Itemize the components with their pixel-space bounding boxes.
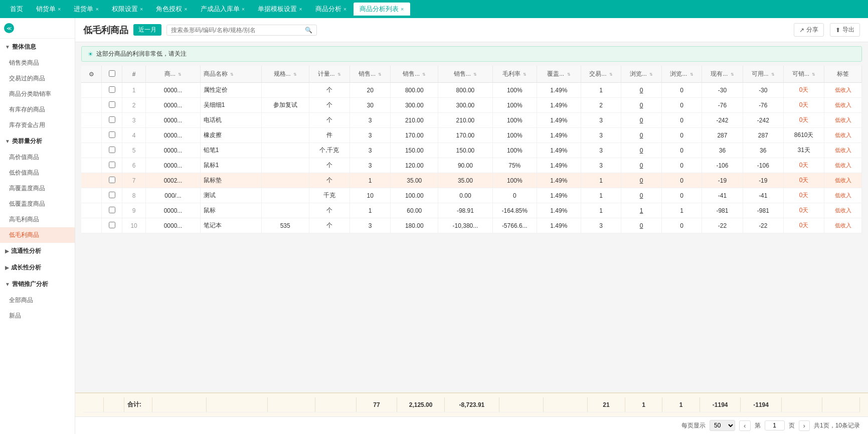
sidebar-item-capital[interactable]: 库存资金占用 [0, 117, 75, 133]
sidebar-item-high-margin[interactable]: 高毛利商品 [0, 212, 75, 227]
search-icon[interactable]: 🔍 [305, 27, 312, 34]
sidebar-item-low-margin[interactable]: 低毛利商品 [0, 227, 75, 243]
row-check[interactable] [102, 203, 122, 218]
row-unit: 个 [309, 173, 350, 188]
row-check[interactable] [102, 143, 122, 158]
sidebar-item-low-coverage[interactable]: 低覆盖度商品 [0, 196, 75, 212]
nav-purchase-order[interactable]: 进货单 × [68, 3, 104, 16]
row-check[interactable] [102, 128, 122, 143]
row-checkbox-9[interactable] [109, 222, 115, 228]
row-checkbox-5[interactable] [109, 162, 115, 168]
nav-template-close[interactable]: × [299, 6, 302, 12]
nav-purchase-close[interactable]: × [95, 6, 98, 12]
row-check[interactable] [102, 218, 122, 233]
row-checkbox-2[interactable] [109, 116, 115, 123]
sidebar-group-overall[interactable]: ▼ 整体信息 [0, 39, 75, 55]
nav-sales-close[interactable]: × [58, 6, 61, 12]
row-checkbox-0[interactable] [109, 86, 115, 93]
row-sale-count: 1 [350, 203, 390, 218]
sidebar-group-growth[interactable]: ▶ 成长性分析 [0, 259, 75, 276]
select-all-checkbox[interactable] [109, 70, 115, 77]
col-header-sale-amount[interactable]: 销售... ⇅ [438, 66, 492, 83]
sidebar-item-traded-products[interactable]: 交易过的商品 [0, 71, 75, 86]
row-checkbox-3[interactable] [109, 131, 115, 138]
col-header-cover[interactable]: 覆盖... ⇅ [537, 66, 581, 83]
next-page-button[interactable]: › [799, 420, 810, 431]
page-size-select[interactable]: 50 100 200 [710, 420, 735, 431]
col-header-sale-price[interactable]: 销售... ⇅ [391, 66, 438, 83]
nav-permissions[interactable]: 权限设置 × [106, 3, 149, 16]
col-header-spec[interactable]: 规格... ⇅ [261, 66, 309, 83]
col-header-stock1[interactable]: 现有... ⇅ [702, 66, 743, 83]
col-header-sale-count[interactable]: 销售... ⇅ [350, 66, 390, 83]
nav-product-analysis[interactable]: 商品分析 × [309, 3, 353, 16]
row-view1[interactable]: 0 [621, 173, 661, 188]
row-view1[interactable]: 0 [621, 128, 661, 143]
sidebar-item-high-value[interactable]: 高价值商品 [0, 150, 75, 165]
sidebar-group-liquidity[interactable]: ▶ 流通性分析 [0, 243, 75, 259]
page-number-input[interactable] [765, 420, 785, 430]
row-checkbox-8[interactable] [109, 207, 115, 213]
col-header-margin[interactable]: 毛利率 ⇅ [492, 66, 537, 83]
row-check[interactable] [102, 188, 122, 203]
row-settings [81, 98, 102, 113]
row-checkbox-7[interactable] [109, 192, 115, 198]
row-view1[interactable]: 1 [621, 203, 661, 218]
col-header-view2[interactable]: 浏览... ⇅ [661, 66, 702, 83]
col-header-view1[interactable]: 浏览... ⇅ [621, 66, 661, 83]
col-header-stock2[interactable]: 可用... ⇅ [743, 66, 783, 83]
sidebar-item-category-rate[interactable]: 商品分类助销率 [0, 86, 75, 102]
nav-template[interactable]: 单据模板设置 × [252, 3, 308, 16]
sidebar-item-all-products[interactable]: 全部商品 [0, 293, 75, 308]
nav-analysis-close[interactable]: × [343, 6, 346, 12]
col-header-check[interactable] [102, 66, 122, 83]
export-button[interactable]: ⬆ 导出 [830, 23, 860, 37]
col-header-stock3[interactable]: 可销... ⇅ [783, 66, 824, 83]
col-header-name[interactable]: 商品名称 ⇅ [200, 66, 261, 83]
nav-roles[interactable]: 角色授权 × [150, 3, 193, 16]
nav-analysis-list[interactable]: 商品分析列表 × [354, 3, 410, 16]
row-view1[interactable]: 0 [621, 158, 661, 173]
nav-permissions-close[interactable]: × [140, 6, 143, 12]
col-header-unit[interactable]: 计量... ⇅ [309, 66, 350, 83]
row-checkbox-1[interactable] [109, 101, 115, 108]
col-header-code[interactable]: 商... ⇅ [146, 66, 200, 83]
search-input[interactable] [171, 27, 305, 34]
nav-home[interactable]: 首页 [4, 3, 29, 16]
row-view1[interactable]: 0 [621, 218, 661, 233]
row-check[interactable] [102, 158, 122, 173]
col-header-settings[interactable]: ⚙ [81, 66, 102, 83]
nav-finished-goods[interactable]: 产成品入库单 × [195, 3, 251, 16]
time-filter-button[interactable]: 近一月 [133, 24, 161, 36]
row-view1[interactable]: 0 [621, 188, 661, 203]
row-view1[interactable]: 0 [621, 143, 661, 158]
sidebar-collapse-button[interactable]: ≪ [4, 23, 14, 33]
sidebar-item-low-value[interactable]: 低价值商品 [0, 165, 75, 181]
nav-finished-close[interactable]: × [242, 6, 245, 12]
row-view1[interactable]: 0 [621, 83, 661, 98]
sidebar-group-marketing[interactable]: ▼ 营销推广分析 [0, 276, 75, 293]
row-num: 6 [122, 158, 145, 173]
sidebar-group-cluster[interactable]: ▼ 类群量分析 [0, 133, 75, 150]
page-title: 低毛利商品 [83, 24, 128, 36]
row-cover: 1.49% [537, 158, 581, 173]
sidebar-item-in-stock[interactable]: 有库存的商品 [0, 102, 75, 117]
nav-roles-close[interactable]: × [184, 6, 187, 12]
sidebar-item-sales-products[interactable]: 销售类商品 [0, 55, 75, 71]
row-checkbox-6[interactable] [109, 177, 115, 183]
nav-sales-order[interactable]: 销货单 × [30, 3, 67, 16]
row-sale-price: 120.00 [391, 158, 438, 173]
row-check[interactable] [102, 173, 122, 188]
row-view1[interactable]: 0 [621, 98, 661, 113]
row-check[interactable] [102, 98, 122, 113]
row-checkbox-4[interactable] [109, 147, 115, 153]
col-header-trade[interactable]: 交易... ⇅ [581, 66, 621, 83]
row-view1[interactable]: 0 [621, 113, 661, 128]
sidebar-item-high-coverage[interactable]: 高覆盖度商品 [0, 181, 75, 196]
row-check[interactable] [102, 113, 122, 128]
prev-page-button[interactable]: ‹ [739, 420, 750, 431]
nav-analysis-list-close[interactable]: × [401, 6, 404, 12]
sidebar-item-new-products[interactable]: 新品 [0, 308, 75, 324]
row-check[interactable] [102, 83, 122, 98]
share-button[interactable]: ↗ 分享 [794, 23, 824, 37]
